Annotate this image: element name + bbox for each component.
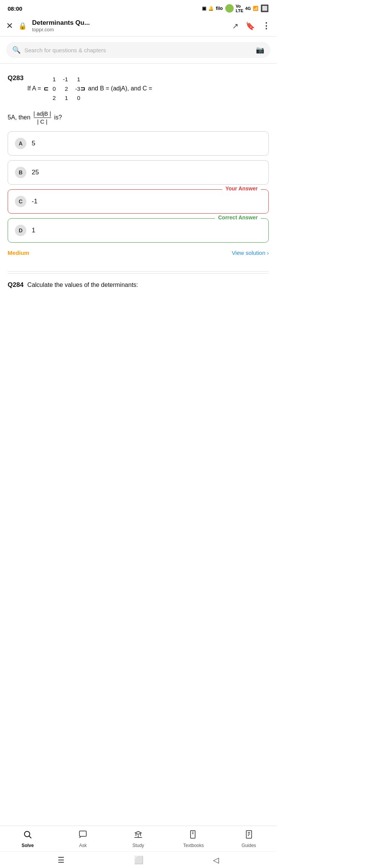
question-283-body: If A = 1 -1 1 0 2 -3 2 1 0 bbox=[27, 73, 152, 105]
matrix-bracket-left bbox=[44, 87, 48, 90]
ask-label: Ask bbox=[79, 843, 87, 848]
svg-rect-2 bbox=[79, 831, 86, 836]
divider-2 bbox=[8, 271, 269, 272]
svg-line-1 bbox=[29, 836, 32, 839]
question-283: Q283 If A = 1 -1 1 0 2 -3 2 1 0 bbox=[8, 73, 269, 262]
question-284-number: Q284 bbox=[8, 280, 24, 290]
question-283-number: Q283 bbox=[8, 73, 24, 83]
options-list: A 5 B 25 Your Answer C -1 Correct Answer… bbox=[8, 131, 269, 243]
question-284-text: Calculate the values of the determinants… bbox=[27, 280, 138, 290]
textbooks-icon bbox=[189, 830, 198, 841]
option-c[interactable]: Your Answer C -1 bbox=[8, 189, 269, 214]
android-nav: ☰ ⬜ ◁ bbox=[0, 851, 276, 868]
home-icon[interactable]: ⬜ bbox=[134, 855, 144, 865]
option-b[interactable]: B 25 bbox=[8, 160, 269, 185]
solve-icon bbox=[23, 830, 32, 841]
more-options-icon[interactable]: ⋮ bbox=[262, 21, 270, 31]
correct-answer-label: Correct Answer bbox=[215, 214, 261, 221]
ask-icon bbox=[78, 830, 87, 841]
fraction-numerator: | adjB | bbox=[34, 110, 51, 118]
wifi-bars: 📶 bbox=[253, 6, 259, 11]
continuation-prefix: 5A, then bbox=[8, 112, 31, 122]
nav-guides[interactable]: Guides bbox=[238, 830, 260, 848]
search-bar-container: 🔍 Search for questions & chapters 📷 bbox=[0, 37, 276, 62]
notification-icon: 🔔 bbox=[208, 6, 214, 11]
recording-icon: ▣ bbox=[202, 6, 206, 11]
solve-label: Solve bbox=[21, 843, 34, 848]
fraction: | adjB | | C | bbox=[34, 110, 51, 125]
question-284: Q284 Calculate the values of the determi… bbox=[8, 273, 269, 290]
bookmark-icon[interactable]: 🔖 bbox=[246, 21, 255, 31]
page-url: toppr.com bbox=[32, 27, 227, 32]
option-a[interactable]: A 5 bbox=[8, 131, 269, 156]
option-d-badge: D bbox=[15, 225, 26, 236]
nav-ask[interactable]: Ask bbox=[71, 830, 94, 848]
question-283-header: Q283 If A = 1 -1 1 0 2 -3 2 1 0 bbox=[8, 73, 269, 105]
filo-logo bbox=[225, 4, 234, 13]
search-placeholder[interactable]: Search for questions & chapters bbox=[24, 47, 252, 53]
status-icons: ▣ 🔔 filo VoLTE 4G 📶 🔲 bbox=[202, 4, 269, 13]
option-d[interactable]: Correct Answer D 1 bbox=[8, 218, 269, 243]
question-283-continuation: 5A, then | adjB | | C | is? bbox=[8, 110, 269, 125]
main-content: Q283 If A = 1 -1 1 0 2 -3 2 1 0 bbox=[0, 65, 276, 307]
question-283-and-text: and B = (adjA), and C = bbox=[88, 85, 152, 92]
question-283-intro: If A = bbox=[27, 85, 41, 92]
nav-textbooks[interactable]: Textbooks bbox=[182, 830, 205, 848]
nav-study[interactable]: Study bbox=[127, 830, 150, 848]
fraction-denominator: | C | bbox=[37, 118, 47, 125]
signal-text: VoLTE bbox=[236, 4, 243, 13]
matrix-content: 1 -1 1 0 2 -3 2 1 0 bbox=[48, 73, 81, 105]
option-b-text: 25 bbox=[32, 169, 39, 176]
option-a-text: 5 bbox=[32, 140, 35, 147]
is-question-text: is? bbox=[54, 112, 62, 122]
guides-icon bbox=[244, 830, 254, 841]
browser-actions[interactable]: ↗ 🔖 ⋮ bbox=[232, 21, 270, 31]
status-bar: 08:00 ▣ 🔔 filo VoLTE 4G 📶 🔲 bbox=[0, 0, 276, 15]
divider-1 bbox=[0, 63, 276, 64]
bottom-nav: Solve Ask Study Textbooks Guides bbox=[0, 826, 276, 851]
question-284-header: Q284 Calculate the values of the determi… bbox=[8, 280, 269, 290]
matrix-a: 1 -1 1 0 2 -3 2 1 0 bbox=[44, 73, 85, 105]
search-bar[interactable]: 🔍 Search for questions & chapters 📷 bbox=[6, 42, 270, 58]
matrix-bracket-right bbox=[81, 87, 85, 90]
back-icon[interactable]: ◁ bbox=[213, 855, 219, 865]
app-name: filo bbox=[216, 6, 223, 11]
option-a-badge: A bbox=[15, 138, 26, 149]
option-c-text: -1 bbox=[32, 198, 37, 205]
search-icon: 🔍 bbox=[12, 46, 21, 54]
textbooks-label: Textbooks bbox=[183, 843, 204, 848]
share-icon[interactable]: ↗ bbox=[232, 21, 239, 31]
status-time: 08:00 bbox=[8, 5, 22, 12]
4g-icon: 4G bbox=[245, 6, 251, 11]
difficulty-badge: Medium bbox=[8, 250, 29, 256]
study-label: Study bbox=[132, 843, 144, 848]
battery-icon: 🔲 bbox=[260, 4, 269, 13]
option-d-text: 1 bbox=[32, 227, 35, 234]
study-icon bbox=[134, 830, 143, 841]
browser-title-block: Determinants Qu... toppr.com bbox=[32, 19, 227, 32]
option-c-badge: C bbox=[15, 196, 26, 207]
view-solution-link[interactable]: View solution › bbox=[232, 250, 269, 256]
your-answer-label: Your Answer bbox=[222, 185, 261, 192]
option-b-badge: B bbox=[15, 167, 26, 178]
guides-label: Guides bbox=[242, 843, 256, 848]
page-title: Determinants Qu... bbox=[32, 19, 227, 27]
camera-icon[interactable]: 📷 bbox=[256, 46, 264, 54]
view-solution-text: View solution bbox=[232, 250, 265, 256]
question-283-footer: Medium View solution › bbox=[8, 250, 269, 262]
nav-solve[interactable]: Solve bbox=[16, 830, 39, 848]
browser-bar: ✕ 🔒 Determinants Qu... toppr.com ↗ 🔖 ⋮ bbox=[0, 15, 276, 37]
chevron-right-icon: › bbox=[267, 250, 269, 256]
bottom-spacer bbox=[0, 307, 276, 360]
menu-icon[interactable]: ☰ bbox=[58, 855, 65, 865]
lock-icon: 🔒 bbox=[18, 22, 27, 30]
svg-point-0 bbox=[24, 831, 30, 837]
close-button[interactable]: ✕ bbox=[6, 21, 13, 31]
